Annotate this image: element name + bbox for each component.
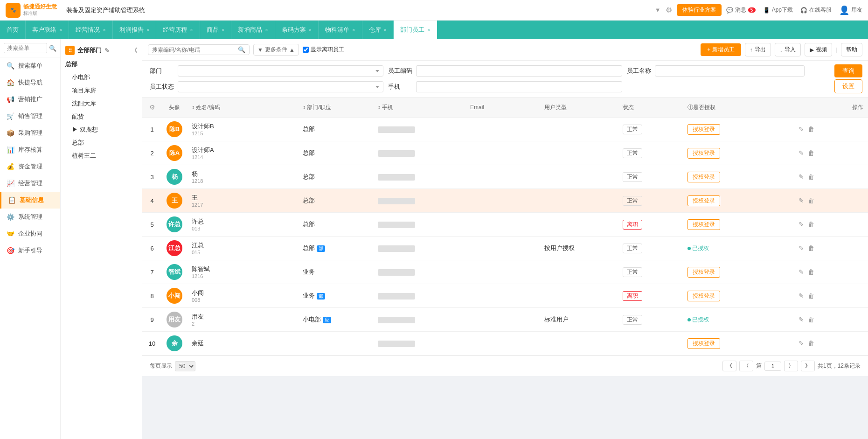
auth-login-btn[interactable]: 授权登录 bbox=[687, 267, 720, 278]
sidebar-item-经营管理[interactable]: 📈 经营管理 bbox=[0, 175, 60, 192]
sidebar-item-快捷导航[interactable]: 🏠 快捷导航 bbox=[0, 74, 60, 91]
tree-node[interactable]: 沈阳大库 bbox=[61, 97, 142, 110]
first-page-btn[interactable]: 《 bbox=[722, 361, 736, 371]
emp-code-input[interactable] bbox=[416, 65, 622, 77]
nav-tab-close-icon[interactable]: × bbox=[384, 27, 387, 33]
online-service-btn[interactable]: 🎧 在线客服 bbox=[800, 6, 832, 14]
page-size-select[interactable]: 50 bbox=[175, 361, 195, 371]
emp-name-input[interactable] bbox=[655, 65, 805, 77]
delete-icon[interactable]: 🗑 bbox=[808, 268, 814, 276]
sidebar-search-input[interactable] bbox=[4, 43, 47, 53]
nav-tab-经营情况[interactable]: 经营情况× bbox=[69, 21, 112, 39]
import-btn[interactable]: ↓ 导入 bbox=[775, 43, 801, 56]
delete-icon[interactable]: 🗑 bbox=[808, 316, 814, 323]
edit-icon[interactable]: ✎ bbox=[799, 221, 804, 228]
table-settings-icon[interactable]: ⚙ bbox=[147, 102, 157, 112]
delete-icon[interactable]: 🗑 bbox=[808, 149, 814, 157]
delete-icon[interactable]: 🗑 bbox=[808, 292, 814, 300]
tree-collapse-btn[interactable]: 《 bbox=[132, 47, 137, 55]
tree-node[interactable]: 项目库房 bbox=[61, 84, 142, 97]
page-num-input[interactable] bbox=[764, 362, 781, 371]
tree-node[interactable]: 植树王二 bbox=[61, 149, 142, 162]
edit-icon[interactable]: ✎ bbox=[799, 197, 804, 204]
th-name[interactable]: ↕ 姓名/编码 bbox=[187, 98, 298, 118]
tree-node[interactable]: 总部 bbox=[61, 58, 142, 71]
nav-tab-close-icon[interactable]: × bbox=[190, 27, 193, 33]
phone-input[interactable] bbox=[416, 81, 622, 92]
search-btn[interactable]: 查询 bbox=[834, 64, 862, 77]
nav-tab-首页[interactable]: 首页 bbox=[0, 21, 26, 39]
message-btn[interactable]: 💬 消息 5 bbox=[726, 6, 756, 14]
sidebar-item-基础信息[interactable]: 📋 基础信息 bbox=[0, 192, 60, 209]
help-btn[interactable]: 帮助 bbox=[841, 43, 862, 56]
nav-tab-close-icon[interactable]: × bbox=[222, 27, 224, 33]
th-dept[interactable]: ↕ 部门/职位 bbox=[298, 98, 373, 118]
th-phone[interactable]: ↕ 手机 bbox=[373, 98, 465, 118]
edit-icon[interactable]: ✎ bbox=[799, 268, 804, 276]
nav-tab-经营历程[interactable]: 经营历程× bbox=[156, 21, 200, 39]
sidebar-search-icon[interactable]: 🔍 bbox=[49, 45, 56, 52]
nav-tab-仓库[interactable]: 仓库× bbox=[362, 21, 394, 39]
auth-login-btn[interactable]: 授权登录 bbox=[687, 219, 720, 230]
tree-node[interactable]: 小电部 bbox=[61, 71, 142, 84]
sidebar-item-企业协同[interactable]: 🤝 企业协同 bbox=[0, 225, 60, 242]
nav-tab-close-icon[interactable]: × bbox=[352, 27, 355, 33]
edit-icon[interactable]: ✎ bbox=[799, 316, 804, 323]
sidebar-item-库存核算[interactable]: 📊 库存核算 bbox=[0, 141, 60, 158]
sidebar-item-新手引导[interactable]: 🎯 新手引导 bbox=[0, 242, 60, 259]
sidebar-item-销售管理[interactable]: 🛒 销售管理 bbox=[0, 108, 60, 125]
dept-select[interactable] bbox=[178, 65, 383, 77]
auth-login-btn[interactable]: 授权登录 bbox=[687, 172, 720, 182]
edit-icon[interactable]: ✎ bbox=[799, 244, 804, 252]
show-resigned-label[interactable]: 显示离职员工 bbox=[303, 46, 344, 54]
last-page-btn[interactable]: 》 bbox=[801, 361, 815, 371]
prev-page-btn[interactable]: 〈 bbox=[739, 361, 753, 371]
auth-login-btn[interactable]: 授权登录 bbox=[687, 195, 720, 206]
filter-more-btn[interactable]: ▼ 更多条件 ▲ bbox=[253, 44, 299, 56]
sidebar-item-系统管理[interactable]: ⚙️ 系统管理 bbox=[0, 209, 60, 225]
delete-icon[interactable]: 🗑 bbox=[808, 197, 814, 204]
trial-button[interactable]: 体验行业方案 bbox=[677, 4, 722, 16]
delete-icon[interactable]: 🗑 bbox=[808, 221, 814, 228]
sidebar-item-采购管理[interactable]: 📦 采购管理 bbox=[0, 125, 60, 141]
tree-edit-icon[interactable]: ✎ bbox=[104, 47, 110, 54]
auth-login-btn[interactable]: 授权登录 bbox=[687, 124, 720, 135]
nav-tab-利润报告[interactable]: 利润报告× bbox=[113, 21, 156, 39]
sidebar-item-营销推广[interactable]: 📢 营销推广 bbox=[0, 91, 60, 108]
nav-tab-close-icon[interactable]: × bbox=[59, 27, 62, 33]
edit-icon[interactable]: ✎ bbox=[799, 173, 804, 181]
sidebar-item-搜索菜单[interactable]: 🔍 搜索菜单 bbox=[0, 57, 60, 74]
emp-status-select[interactable] bbox=[178, 81, 383, 92]
nav-tab-客户联络[interactable]: 客户联络× bbox=[26, 21, 69, 39]
tree-node[interactable]: 总部 bbox=[61, 136, 142, 149]
search-icon[interactable]: 🔍 bbox=[238, 46, 245, 53]
nav-tab-新增商品[interactable]: 新增商品× bbox=[231, 21, 275, 39]
tree-node[interactable]: ▶ 双鹿想 bbox=[61, 123, 142, 136]
show-resigned-checkbox[interactable] bbox=[303, 47, 309, 53]
export-btn[interactable]: ↑ 导出 bbox=[745, 43, 771, 56]
delete-icon[interactable]: 🗑 bbox=[808, 173, 814, 181]
edit-icon[interactable]: ✎ bbox=[799, 149, 804, 157]
nav-tab-close-icon[interactable]: × bbox=[146, 27, 149, 33]
auth-login-btn[interactable]: 授权登录 bbox=[687, 148, 720, 159]
nav-tab-close-icon[interactable]: × bbox=[265, 27, 268, 33]
user-menu[interactable]: 👤 用友 bbox=[839, 5, 862, 15]
add-employee-btn[interactable]: + 新增员工 bbox=[701, 43, 741, 56]
sidebar-item-资金管理[interactable]: 💰 资金管理 bbox=[0, 158, 60, 175]
edit-icon[interactable]: ✎ bbox=[799, 340, 804, 347]
auth-login-btn[interactable]: 授权登录 bbox=[687, 291, 720, 301]
next-page-btn[interactable]: 〉 bbox=[784, 361, 798, 371]
nav-tab-close-icon[interactable]: × bbox=[309, 27, 312, 33]
delete-icon[interactable]: 🗑 bbox=[808, 244, 814, 252]
edit-icon[interactable]: ✎ bbox=[799, 292, 804, 300]
search-input[interactable] bbox=[152, 47, 236, 53]
nav-tab-close-icon[interactable]: × bbox=[103, 27, 105, 33]
settings-icon[interactable]: ⚙ bbox=[666, 6, 672, 14]
nav-tab-close-icon[interactable]: × bbox=[427, 27, 430, 33]
nav-tab-物料清单[interactable]: 物料清单× bbox=[319, 21, 362, 39]
nav-tab-条码方案[interactable]: 条码方案× bbox=[275, 21, 319, 39]
tree-node[interactable]: 配货 bbox=[61, 110, 142, 123]
app-download-btn[interactable]: 📱 App下载 bbox=[763, 6, 793, 14]
auth-login-btn[interactable]: 授权登录 bbox=[687, 338, 720, 349]
settings-btn[interactable]: 设置 bbox=[834, 79, 862, 93]
